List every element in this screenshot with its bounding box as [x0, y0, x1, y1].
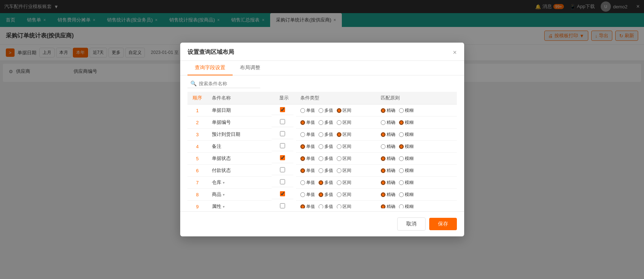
- type-radio-label[interactable]: 区间: [337, 156, 351, 162]
- show-checkbox[interactable]: [280, 107, 285, 112]
- type-radio-label[interactable]: 多值: [319, 144, 333, 150]
- match-radio-label[interactable]: 精确: [381, 144, 395, 150]
- save-button[interactable]: 保存: [429, 218, 457, 230]
- match-radio[interactable]: [381, 192, 386, 197]
- type-radio-label[interactable]: 多值: [319, 131, 333, 138]
- type-radio[interactable]: [337, 156, 341, 161]
- match-radio-label[interactable]: 模糊: [399, 180, 414, 186]
- match-radio-label[interactable]: 精确: [381, 192, 395, 198]
- type-radio[interactable]: [319, 156, 323, 161]
- type-radio[interactable]: [300, 180, 305, 185]
- match-radio[interactable]: [381, 144, 386, 149]
- match-radio-label[interactable]: 精确: [381, 180, 395, 186]
- type-radio[interactable]: [300, 204, 305, 209]
- type-radio-label[interactable]: 区间: [337, 119, 351, 126]
- type-radio-label[interactable]: 多值: [319, 156, 333, 162]
- match-radio-label[interactable]: 模糊: [399, 192, 414, 198]
- match-radio[interactable]: [381, 204, 386, 209]
- type-radio[interactable]: [337, 108, 341, 113]
- show-checkbox[interactable]: [280, 167, 285, 172]
- match-radio[interactable]: [399, 204, 404, 209]
- type-radio[interactable]: [319, 120, 323, 125]
- cancel-button[interactable]: 取消: [397, 217, 426, 231]
- match-radio[interactable]: [399, 108, 404, 113]
- match-radio[interactable]: [399, 192, 404, 197]
- type-radio-label[interactable]: 单值: [300, 131, 315, 138]
- show-checkbox[interactable]: [280, 191, 285, 196]
- match-radio-label[interactable]: 模糊: [399, 119, 414, 126]
- match-radio-label[interactable]: 精确: [381, 168, 395, 174]
- type-radio[interactable]: [300, 192, 305, 197]
- type-radio[interactable]: [300, 156, 305, 161]
- match-radio-label[interactable]: 模糊: [399, 107, 414, 114]
- type-radio-label[interactable]: 单值: [300, 180, 315, 186]
- config-table-scroll[interactable]: 顺序 条件名称 显示 条件类型 匹配原则 1单据日期单值多值区间精确模糊2单据编…: [187, 92, 457, 208]
- match-radio-label[interactable]: 精确: [381, 131, 395, 138]
- type-radio-label[interactable]: 多值: [319, 180, 333, 186]
- match-radio[interactable]: [399, 120, 404, 125]
- type-radio-label[interactable]: 区间: [337, 144, 351, 150]
- type-radio[interactable]: [337, 192, 341, 197]
- type-radio-label[interactable]: 区间: [337, 168, 351, 174]
- type-radio-label[interactable]: 多值: [319, 204, 333, 209]
- match-radio[interactable]: [399, 168, 404, 173]
- match-radio[interactable]: [381, 132, 386, 137]
- type-radio[interactable]: [300, 144, 305, 149]
- type-radio-label[interactable]: 多值: [319, 107, 333, 114]
- type-radio[interactable]: [319, 180, 323, 185]
- match-radio-label[interactable]: 模糊: [399, 168, 414, 174]
- type-radio-label[interactable]: 多值: [319, 119, 333, 126]
- show-checkbox[interactable]: [280, 119, 285, 124]
- type-radio-label[interactable]: 单值: [300, 144, 315, 150]
- type-radio-label[interactable]: 区间: [337, 204, 351, 209]
- match-radio[interactable]: [381, 108, 386, 113]
- match-radio[interactable]: [399, 180, 404, 185]
- type-radio[interactable]: [319, 168, 323, 173]
- type-radio[interactable]: [337, 120, 341, 125]
- show-checkbox[interactable]: [280, 179, 285, 184]
- type-radio-label[interactable]: 多值: [319, 192, 333, 198]
- match-radio[interactable]: [381, 156, 386, 161]
- type-radio[interactable]: [319, 192, 323, 197]
- type-radio[interactable]: [300, 132, 305, 137]
- match-radio[interactable]: [399, 156, 404, 161]
- type-radio-label[interactable]: 单值: [300, 192, 315, 198]
- type-radio[interactable]: [337, 144, 341, 149]
- match-radio[interactable]: [399, 132, 404, 137]
- match-radio[interactable]: [381, 180, 386, 185]
- type-radio-label[interactable]: 区间: [337, 107, 351, 114]
- modal-tab-layout[interactable]: 布局调整: [233, 61, 268, 75]
- type-radio[interactable]: [300, 120, 305, 125]
- type-radio-label[interactable]: 单值: [300, 107, 315, 114]
- search-input[interactable]: [199, 81, 257, 86]
- match-radio-label[interactable]: 精确: [381, 156, 395, 162]
- type-radio-label[interactable]: 单值: [300, 204, 315, 209]
- type-radio-label[interactable]: 单值: [300, 156, 315, 162]
- show-checkbox[interactable]: [280, 131, 285, 136]
- type-radio[interactable]: [337, 168, 341, 173]
- type-radio[interactable]: [300, 108, 305, 113]
- type-radio[interactable]: [337, 204, 341, 209]
- type-radio-label[interactable]: 单值: [300, 119, 315, 126]
- type-radio[interactable]: [319, 204, 323, 209]
- match-radio-label[interactable]: 精确: [381, 107, 395, 114]
- modal-tab-query[interactable]: 查询字段设置: [187, 61, 233, 75]
- type-radio[interactable]: [337, 132, 341, 137]
- show-checkbox[interactable]: [280, 143, 285, 148]
- type-radio-label[interactable]: 区间: [337, 180, 351, 186]
- match-radio[interactable]: [381, 120, 386, 125]
- match-radio[interactable]: [381, 168, 386, 173]
- match-radio-label[interactable]: 精确: [381, 204, 395, 209]
- type-radio[interactable]: [319, 144, 323, 149]
- show-checkbox[interactable]: [280, 203, 285, 208]
- type-radio[interactable]: [319, 132, 323, 137]
- type-radio-label[interactable]: 区间: [337, 131, 351, 138]
- match-radio-label[interactable]: 模糊: [399, 204, 414, 209]
- match-radio-label[interactable]: 模糊: [399, 131, 414, 138]
- type-radio[interactable]: [337, 180, 341, 185]
- match-radio-label[interactable]: 模糊: [399, 156, 414, 162]
- match-radio-label[interactable]: 模糊: [399, 144, 414, 150]
- show-checkbox[interactable]: [280, 155, 285, 160]
- match-radio[interactable]: [399, 144, 404, 149]
- type-radio[interactable]: [300, 168, 305, 173]
